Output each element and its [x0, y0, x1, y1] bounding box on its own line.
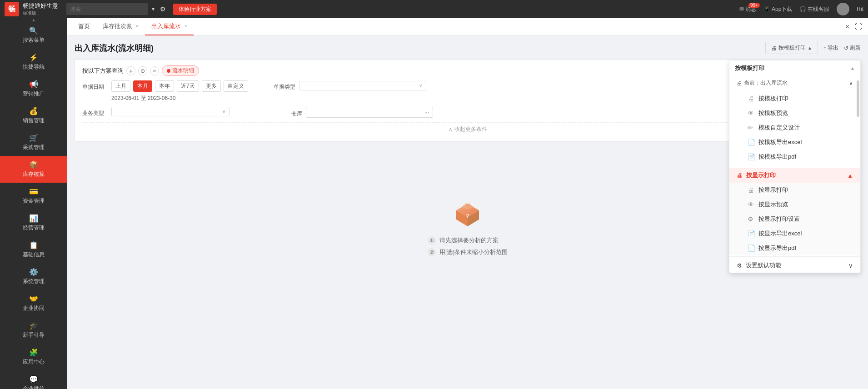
date-btn-this-month[interactable]: 本月 [133, 80, 152, 92]
sidebar-item-quicknav[interactable]: ⚡ 快捷导航 [0, 49, 67, 75]
newbie-icon: 🎓 [29, 321, 38, 330]
dropdown-display-section-header[interactable]: 🖨 按显示打印 ▲ [729, 168, 860, 183]
sidebar-scroll-up[interactable]: ▲ [0, 18, 67, 22]
dropdown-display-export-excel[interactable]: 📄 按显示导出excel [729, 226, 860, 241]
warehouse-label: 仓库 [291, 107, 302, 118]
current-printer-icon: 🖨 [737, 80, 742, 86]
export-button[interactable]: ↑ 导出 [823, 44, 838, 52]
topbar: 畅 畅捷通好生意 标准版 ▾ ⚙ 体验行业方案 ✉ 消息 99+ 📱 App下载… [0, 0, 868, 18]
dropdown-header-arrow[interactable]: ▲ [850, 66, 855, 71]
sidebar-item-sales[interactable]: 💰 销售管理 [0, 102, 67, 129]
sidebar-item-basic[interactable]: 📋 基础信息 [0, 236, 67, 263]
app-download-icon: 📱 [763, 6, 770, 12]
sidebar-item-marketing[interactable]: 📢 营销推广 [0, 75, 67, 102]
warehouse-select[interactable]: ··· [306, 107, 433, 118]
refresh-button[interactable]: ↺ 刷新 [844, 44, 861, 52]
page-content: 出入库流水(流水明细) 🖨 按模板打印 ▲ ↑ 导出 ↺ 刷新 [67, 35, 868, 389]
display-excel-icon: 📄 [748, 230, 755, 237]
sidebar-item-newbie[interactable]: 🎓 新手引导 [0, 317, 67, 344]
dropdown-footer-set-default[interactable]: ⚙ 设置默认功能 ∨ [729, 258, 860, 273]
warehouse-more[interactable]: ··· [424, 109, 429, 115]
date-btn-7days[interactable]: 近7天 [177, 80, 199, 92]
dropdown-display-print-settings[interactable]: ⚙ 按显示打印设置 [729, 212, 860, 226]
search-settings-button[interactable]: ⊙ [138, 66, 147, 75]
tab-close-window-button[interactable]: × [844, 21, 851, 32]
step-1-num: ① [428, 236, 436, 244]
search-dropdown-arrow[interactable]: ▾ [152, 6, 155, 12]
sidebar-item-operations[interactable]: 📊 经营管理 [0, 209, 67, 236]
bill-type-select[interactable]: ∨ [299, 81, 426, 90]
date-label: 单据日期 [82, 80, 104, 91]
main-layout: ▲ 🔍 搜索菜单 ⚡ 快捷导航 📢 营销推广 💰 销售管理 🛒 采购管理 📦 库… [0, 18, 868, 389]
industry-solution-button[interactable]: 体验行业方案 [173, 4, 217, 15]
template-print-button[interactable]: 🖨 按模板打印 ▲ [765, 42, 818, 54]
empty-box-icon: ? [447, 190, 488, 231]
username-label: Rit [857, 6, 863, 12]
page-header: 出入库流水(流水明细) 🖨 按模板打印 ▲ ↑ 导出 ↺ 刷新 [75, 42, 861, 54]
display-preview-icon: 👁 [748, 201, 755, 208]
date-btn-this-year[interactable]: 本年 [155, 80, 174, 92]
sidebar-item-apps[interactable]: 🧩 应用中心 [0, 344, 67, 370]
date-buttons-row: 上月 本月 本年 近7天 更多 自定义 [111, 80, 248, 92]
sidebar-item-finance[interactable]: 💳 资金管理 [0, 183, 67, 209]
online-service-button[interactable]: 🎧 在线客服 [799, 5, 829, 13]
date-btn-more[interactable]: 更多 [202, 80, 221, 92]
filter-tag[interactable]: 流水明细 [162, 65, 199, 76]
tab-flow-close[interactable]: × [185, 24, 187, 29]
operations-icon: 📊 [29, 214, 38, 223]
system-icon: ⚙️ [29, 268, 38, 276]
sidebar-item-wechat[interactable]: 💬 企业微信 [0, 370, 67, 389]
settings-icon[interactable]: ⚙ [160, 5, 166, 13]
brand-name: 畅捷通好生意 标准版 [23, 2, 58, 16]
dropdown-template-preview[interactable]: 👁 按模板预览 [729, 106, 860, 120]
message-icon: ✉ [739, 6, 744, 12]
sidebar-item-purchase[interactable]: 🛒 采购管理 [0, 129, 67, 156]
dropdown-template-export-excel[interactable]: 📄 按模板导出excel [729, 135, 860, 150]
chevron-up-icon: ▲ [808, 45, 812, 50]
tab-flow[interactable]: 出入库流水 × [145, 18, 194, 35]
sidebar-item-inventory[interactable]: 📦 库存核算 [0, 156, 67, 183]
empty-step-2: ② 用[选]条件来缩小分析范围 [428, 248, 508, 256]
dropdown-display-preview[interactable]: 👁 按显示预览 [729, 197, 860, 212]
search-section-title: 按以下方案查询 [82, 67, 124, 75]
tab-batch-close[interactable]: × [136, 24, 139, 29]
messages-button[interactable]: ✉ 消息 99+ [739, 5, 756, 13]
avatar[interactable] [837, 3, 849, 15]
search-collapse-button[interactable]: « [150, 66, 159, 75]
dropdown-template-custom[interactable]: ✏ 模板自定义设计 [729, 120, 860, 135]
sidebar-item-search[interactable]: 🔍 搜索菜单 [0, 22, 67, 49]
headset-icon: 🎧 [799, 6, 806, 12]
tab-batch[interactable]: 库存批次账 × [96, 18, 145, 35]
display-settings-icon: ⚙ [748, 215, 755, 223]
date-btn-custom[interactable]: 自定义 [224, 80, 248, 92]
basic-icon: 📋 [29, 241, 38, 249]
printer-icon: 🖨 [771, 45, 777, 51]
sidebar-item-collab[interactable]: 🤝 企业协同 [0, 290, 67, 317]
set-default-icon: ⚙ [737, 262, 742, 269]
template-print-icon: 🖨 [748, 95, 755, 102]
wechat-icon: 💬 [29, 375, 38, 384]
search-input[interactable] [66, 3, 148, 15]
template-pdf-icon: 📄 [748, 153, 755, 160]
dropdown-template-export-pdf[interactable]: 📄 按模板导出pdf [729, 150, 860, 164]
filter-tag-dot [167, 69, 170, 73]
scroll-thumb[interactable] [857, 80, 859, 117]
dropdown-current-label[interactable]: 🖨 当前：出入库流水 ∨ [729, 76, 860, 90]
app-download-button[interactable]: 📱 App下载 [763, 5, 792, 13]
dropdown-title: 按模板打印 [735, 64, 764, 72]
content-area: 首页 库存批次账 × 出入库流水 × × ⛶ 出入库流水(流水明细) [67, 18, 868, 389]
sidebar-item-system[interactable]: ⚙️ 系统管理 [0, 263, 67, 290]
dropdown-template-print[interactable]: 🖨 按模板打印 [729, 91, 860, 106]
dropdown-display-print[interactable]: 🖨 按显示打印 [729, 183, 860, 197]
sales-icon: 💰 [29, 107, 38, 115]
dropdown-header: 按模板打印 ▲ [729, 60, 860, 76]
marketing-icon: 📢 [29, 80, 38, 89]
date-btn-last-month[interactable]: 上月 [111, 80, 130, 92]
search-add-button[interactable]: + [126, 66, 135, 75]
bill-type-arrow: ∨ [419, 83, 422, 88]
tabs-bar: 首页 库存批次账 × 出入库流水 × × ⛶ [67, 18, 868, 35]
tab-fullscreen-button[interactable]: ⛶ [853, 21, 863, 32]
dropdown-display-export-pdf[interactable]: 📄 按显示导出pdf [729, 241, 860, 255]
biz-type-select[interactable]: ∨ [111, 107, 229, 116]
tab-home[interactable]: 首页 [72, 18, 96, 35]
